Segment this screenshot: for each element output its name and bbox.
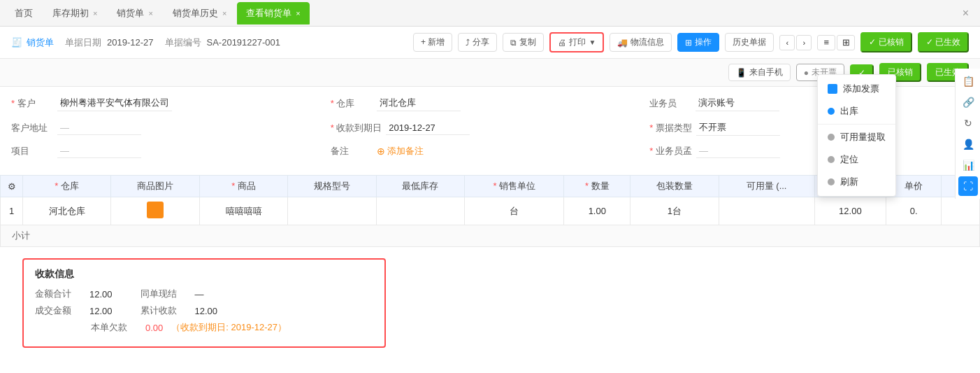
no-value: SA-20191227-001: [207, 37, 281, 48]
total-item: 金额合计 12.00: [35, 288, 113, 300]
share-button[interactable]: ⤴ 分享: [458, 33, 497, 52]
tab-inventory[interactable]: 库存期初 ×: [43, 2, 106, 24]
sold-button[interactable]: ✓ 已核销: [860, 32, 911, 52]
tab-home[interactable]: 首页: [6, 2, 42, 24]
dropdown-item-refresh[interactable]: 刷新: [818, 171, 895, 193]
doc-meta: 单据日期 2019-12-27: [65, 36, 154, 49]
col-pack: 包装数量: [630, 176, 719, 197]
locate-icon: [828, 156, 835, 163]
payment-date-value[interactable]: 2019-12-27: [386, 121, 470, 135]
dropdown-item-outbound[interactable]: 出库: [818, 100, 895, 122]
add-note-button[interactable]: ⊕ 添加备注: [377, 145, 424, 157]
row-warehouse: 河北仓库: [23, 197, 111, 225]
doc-type-icon: 🧾: [11, 37, 22, 48]
dropdown-item-available-qty[interactable]: 可用量提取: [818, 126, 895, 148]
grid-view-button[interactable]: ⊞: [837, 35, 855, 50]
window-close-button[interactable]: ×: [957, 7, 974, 20]
customer-value[interactable]: 柳州粤港平安气体有限公司: [57, 95, 172, 111]
row-no: 1: [1, 197, 23, 225]
tab-close-inventory[interactable]: ×: [93, 9, 97, 17]
owe-item: 本单欠款 0.00 （收款到期日: 2019-12-27）: [35, 321, 287, 334]
date-value: 2019-12-27: [107, 37, 154, 48]
row-extra: [941, 197, 979, 225]
prev-arrow[interactable]: ‹: [779, 35, 795, 50]
sidebar-icon-5[interactable]: 📊: [958, 155, 978, 175]
tab-close-sales[interactable]: ×: [148, 9, 152, 17]
ticket-type-value[interactable]: 不开票: [696, 120, 780, 136]
staff-value[interactable]: 演示账号: [696, 95, 779, 111]
sidebar-icon-4[interactable]: 👤: [958, 134, 978, 154]
row-unit: 台: [465, 197, 564, 225]
dropdown-item-add-invoice[interactable]: 添加发票: [818, 78, 895, 100]
tab-sales-history[interactable]: 销货单历史 ×: [164, 2, 236, 24]
subtotal-label: 小计: [1, 225, 980, 247]
dropdown-arrow: ▼: [589, 38, 596, 46]
operate-button[interactable]: ⊞ 操作: [677, 33, 719, 52]
accumulated-label: 累计收款: [140, 304, 189, 317]
operate-icon: ⊞: [685, 38, 692, 48]
sidebar-icon-6[interactable]: ⛶: [958, 176, 978, 196]
history-button[interactable]: 历史单据: [725, 33, 774, 52]
not-open-icon: ●: [804, 68, 809, 78]
project-label: 项目: [11, 145, 53, 157]
share-icon: ⤴: [466, 38, 470, 48]
tab-sales[interactable]: 销货单 ×: [108, 2, 161, 24]
deal-value: 12.00: [89, 306, 113, 316]
sidebar-icon-2[interactable]: 🔗: [958, 92, 978, 112]
address-label: 客户地址: [11, 122, 53, 134]
staff-field: 业务员 演示账号: [649, 95, 969, 111]
warehouse-field: 仓库 河北仓库: [331, 95, 650, 111]
dropdown-item-locate[interactable]: 定位: [818, 148, 895, 171]
same-order-value: —: [195, 289, 204, 300]
col-spec: 规格型号: [288, 176, 376, 197]
row-img: [111, 197, 199, 225]
payment-row-1: 金额合计 12.00 同单现结 —: [35, 288, 373, 300]
row-price: 0.: [886, 197, 942, 225]
effect-button[interactable]: ✓ 已生效: [918, 32, 969, 52]
sidebar-icon-3[interactable]: ↻: [958, 113, 978, 133]
deal-item: 成交金额 12.00: [35, 304, 113, 317]
payment-box: 收款信息 金额合计 12.00 同单现结 — 成交金额 12.00: [22, 258, 386, 348]
warehouse-value[interactable]: 河北仓库: [377, 95, 461, 111]
sidebar-icon-1[interactable]: 📋: [958, 71, 978, 91]
tab-close-view-sales[interactable]: ×: [296, 9, 300, 17]
tab-view-sales[interactable]: 查看销货单 ×: [237, 2, 309, 24]
col-product: * 商品: [199, 176, 287, 197]
product-image: [147, 202, 164, 218]
logistics-button[interactable]: 🚚 物流信息: [610, 33, 672, 52]
col-gear[interactable]: ⚙: [1, 176, 23, 197]
row-product: 嘻嘻嘻嘻: [199, 197, 287, 225]
customer-label: 客户: [11, 97, 53, 110]
subtotal-row: 小计: [1, 225, 980, 247]
accumulated-value: 12.00: [195, 306, 218, 316]
same-order-label: 同单现结: [140, 288, 189, 300]
row-spec: [288, 197, 376, 225]
project-field: 项目 —: [11, 144, 331, 158]
payment-date-field: 收款到期日 2019-12-27: [331, 121, 650, 135]
refresh-icon: [828, 178, 835, 185]
no-label: 单据编号: [165, 36, 201, 49]
list-view-button[interactable]: ≡: [817, 35, 835, 50]
next-arrow[interactable]: ›: [796, 35, 812, 50]
owe-value: 0.00: [145, 323, 163, 333]
customer-field: 客户 柳州粤港平安气体有限公司: [11, 95, 331, 111]
col-warehouse: * 仓库: [23, 176, 111, 197]
tab-close-sales-history[interactable]: ×: [222, 9, 226, 17]
payment-row-3: 本单欠款 0.00 （收款到期日: 2019-12-27）: [35, 321, 373, 334]
logistics-icon: 🚚: [617, 38, 628, 48]
add-button[interactable]: + 新增: [413, 33, 452, 52]
project-value[interactable]: —: [57, 144, 141, 158]
address-value[interactable]: —: [57, 121, 141, 135]
staff2-value[interactable]: —: [696, 144, 780, 158]
staff2-label: 业务员孟: [649, 145, 692, 157]
accumulated-item: 累计收款 12.00: [140, 304, 218, 317]
print-button[interactable]: 🖨 打印 ▼: [549, 32, 604, 52]
col-min-stock: 最低库存: [376, 176, 464, 197]
payment-date-label: 收款到期日: [331, 122, 382, 134]
doc-type-label: 销货单: [27, 36, 54, 49]
dropdown-menu: 添加发票 出库 可用量提取 定位 刷新: [817, 74, 896, 197]
from-phone-button[interactable]: 📱 来自手机: [728, 64, 791, 81]
copy-button[interactable]: ⧉ 复制: [503, 33, 544, 52]
col-img: 商品图片: [111, 176, 199, 197]
payment-title: 收款信息: [35, 268, 373, 281]
